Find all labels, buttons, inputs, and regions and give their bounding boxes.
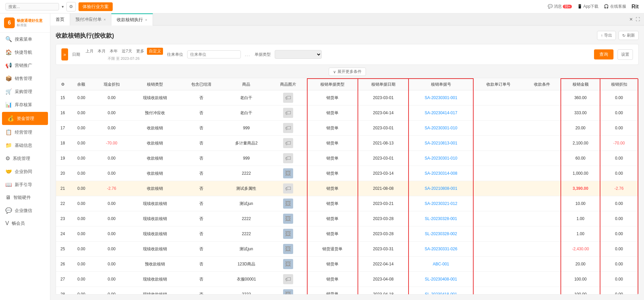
- dropdown-arrow[interactable]: ▾: [62, 4, 64, 9]
- voucher-no-link[interactable]: SA-20210808-001: [425, 186, 457, 191]
- this-month-btn[interactable]: 本月: [96, 48, 107, 55]
- tab-0[interactable]: 首页: [50, 13, 70, 26]
- product-image: 🖼: [283, 244, 293, 254]
- cell-receipt-order: [473, 242, 524, 257]
- filter-expand-button[interactable]: »: [61, 48, 68, 60]
- tab-close-2[interactable]: ×: [145, 18, 147, 22]
- close-tab-icon[interactable]: ✕: [629, 17, 633, 22]
- page-content: 收款核销执行(按收款) ↑ 导出 ↻ 刷新 » 日期: [50, 26, 644, 300]
- cell-discount: 0.00: [600, 287, 638, 295]
- export-button[interactable]: ↑ 导出: [597, 31, 616, 40]
- voucher-type-select[interactable]: [275, 50, 322, 59]
- voucher-no-link[interactable]: SA-20230314-008: [425, 171, 457, 176]
- cell-voucher-date: 2023-04-08: [358, 272, 409, 287]
- data-table: ⚙ 余额 现金折扣 核销类型 包含已结清 商品 商品图片 核销单据类型 核销单据…: [56, 78, 638, 295]
- sidebar-item-9[interactable]: ⚙系统管理: [0, 152, 50, 165]
- sidebar-item-7[interactable]: 📋经营管理: [0, 126, 50, 139]
- voucher-no-link[interactable]: SA-20230321-012: [425, 201, 457, 206]
- settings-button[interactable]: 设置: [618, 49, 633, 60]
- sidebar-item-13[interactable]: 💬企业微信: [0, 204, 50, 217]
- tab-1[interactable]: 预付冲应付单×: [70, 13, 111, 26]
- table-row: 230.000.00现续收款核销否2222🖼销货单2023-03-28SL-20…: [56, 211, 638, 226]
- this-year-btn[interactable]: 本年: [108, 48, 119, 55]
- cell-voucher-no: SL-20230328-002: [409, 226, 473, 242]
- sidebar-item-0[interactable]: 🔍搜索菜单: [0, 33, 50, 46]
- cell-product: 测试jun: [223, 242, 270, 257]
- tab-2[interactable]: 收款核销执行×: [111, 13, 153, 26]
- cell-type: 收款核销: [130, 121, 179, 136]
- voucher-no-link[interactable]: SA-20230414-017: [425, 111, 457, 115]
- voucher-no-link[interactable]: SA-20230331-026: [425, 247, 457, 251]
- cell-voucher-no: SL-20230408-001: [409, 272, 473, 287]
- last-month-btn[interactable]: 上月: [84, 48, 95, 55]
- cell-discount: 0.00: [600, 272, 638, 287]
- sidebar-item-2[interactable]: 📢营销推广: [0, 59, 50, 72]
- cell-cash-discount: 0.00: [93, 272, 130, 287]
- cell-receipt-cond: [524, 151, 561, 166]
- sidebar-item-10[interactable]: 🤝企业协同: [0, 165, 50, 178]
- expand-tab-icon[interactable]: ⛶: [636, 17, 640, 22]
- page-title-bar: 收款核销执行(按收款) ↑ 导出 ↻ 刷新: [56, 31, 639, 40]
- col-settings[interactable]: ⚙: [56, 79, 69, 90]
- sidebar-item-11[interactable]: 📖新手引导: [0, 178, 50, 191]
- sidebar-label-1: 快捷导航: [15, 49, 32, 55]
- settings-icon[interactable]: ⚙: [66, 2, 76, 11]
- voucher-type-label: 单据类型: [255, 52, 271, 57]
- voucher-no-link[interactable]: ABC-001: [433, 262, 449, 266]
- sidebar-item-5[interactable]: 📊库存核算: [0, 98, 50, 111]
- cell-product: 衣服00001: [223, 272, 270, 287]
- more-date-btn[interactable]: 更多: [135, 48, 146, 55]
- cell-receipt-cond: [524, 211, 561, 226]
- cell-receipt-order: [473, 211, 524, 226]
- sidebar-item-4[interactable]: 🛒采购管理: [0, 85, 50, 98]
- voucher-no-link[interactable]: SA-20230301-001: [425, 95, 457, 100]
- custom-date-btn[interactable]: 自定义: [147, 48, 163, 55]
- search-input[interactable]: [5, 3, 59, 10]
- voucher-no-link[interactable]: SA-20230301-010: [425, 156, 457, 161]
- voucher-no-link[interactable]: SA-20210813-001: [425, 141, 457, 145]
- top-bar-left: ▾ ⚙ 体验行业方案: [5, 2, 544, 11]
- cell-id: 17: [56, 121, 69, 136]
- voucher-no-link[interactable]: SL-20230408-001: [425, 277, 457, 282]
- voucher-no-link[interactable]: SL-20230328-002: [425, 231, 457, 236]
- refresh-button[interactable]: ↻ 刷新: [619, 31, 639, 40]
- query-button[interactable]: 查询: [594, 49, 613, 59]
- sidebar-item-3[interactable]: 📦销售管理: [0, 72, 50, 85]
- app-download-btn[interactable]: 📱 App下载: [577, 4, 598, 9]
- cell-receipt-order: [473, 166, 524, 181]
- cell-receipt-order: [473, 257, 524, 272]
- logo-area: 6 畅捷通谱好生意 标准版: [0, 13, 50, 33]
- cell-amount: 100.00: [561, 272, 600, 287]
- online-service-btn[interactable]: 🎧 在线客服: [604, 4, 626, 9]
- cell-settled: 否: [180, 90, 223, 105]
- voucher-no-link[interactable]: SL-20230328-001: [425, 216, 457, 221]
- sidebar-item-6[interactable]: 💰资金管理: [2, 112, 48, 125]
- messages-btn[interactable]: 💬 消息 99+: [548, 4, 572, 9]
- cell-id: 20: [56, 166, 69, 181]
- cell-product-img: 🏷: [270, 181, 307, 196]
- cell-balance: 0.00: [69, 196, 93, 211]
- cell-cash-discount: 0.00: [93, 121, 130, 136]
- cell-receipt-order: [473, 136, 524, 151]
- last-7-days-btn[interactable]: 近7天: [120, 48, 133, 55]
- trial-button[interactable]: 体验行业方案: [78, 2, 113, 11]
- cell-settled: 否: [180, 287, 223, 295]
- cell-balance: 0.00: [69, 226, 93, 242]
- cell-voucher-no: SA-20210813-001: [409, 136, 473, 151]
- voucher-no-link[interactable]: SA-20230301-010: [425, 126, 457, 130]
- tab-close-1[interactable]: ×: [104, 17, 106, 22]
- sidebar-label-6: 资金管理: [17, 116, 34, 122]
- voucher-no-link[interactable]: SL-20230418-001: [425, 292, 457, 295]
- sidebar-item-8[interactable]: 📁基础信息: [0, 139, 50, 152]
- partner-input[interactable]: [187, 50, 241, 58]
- sidebar-icon-11: 📖: [5, 181, 12, 188]
- expand-more-button[interactable]: ∨ 展开更多条件: [329, 68, 366, 76]
- sidebar-item-14[interactable]: V畅会员: [0, 217, 50, 230]
- cell-settled: 否: [180, 226, 223, 242]
- table-container: ⚙ 余额 现金折扣 核销类型 包含已结清 商品 商品图片 核销单据类型 核销单据…: [56, 78, 639, 295]
- cell-voucher-type: 销货单: [307, 151, 358, 166]
- sidebar-item-12[interactable]: 🖥智能硬件: [0, 191, 50, 204]
- sidebar-icon-0: 🔍: [5, 36, 12, 42]
- sidebar-item-1[interactable]: 🏠快捷导航: [0, 46, 50, 59]
- col-receipt-order: 收款单订单号: [473, 79, 524, 90]
